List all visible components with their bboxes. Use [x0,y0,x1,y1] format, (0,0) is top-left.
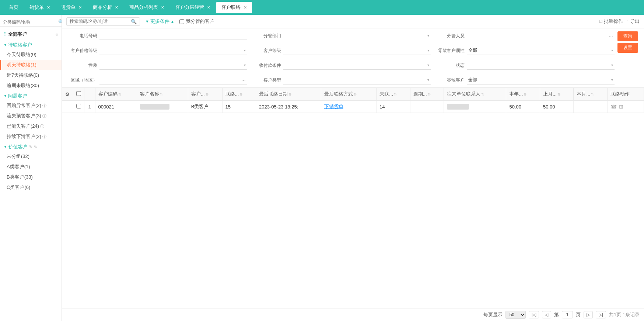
sort-icon[interactable]: ⇅ [524,92,526,96]
row-checkbox[interactable] [73,101,84,113]
filter-retail-attr-select[interactable]: 全部 ▾ [467,46,615,55]
row-unit-contact [444,101,506,113]
filter-nature-label: 性质 [68,62,97,69]
filter-dept-select[interactable]: ▾ [283,31,431,40]
my-customers-checkbox[interactable] [179,19,184,24]
first-page-btn[interactable]: |◁ [529,311,539,318]
filter-row-3: 性质 ▾ 收付款条件 ▾ [68,61,615,70]
filter-retail-label: 零散客户 [435,77,465,83]
sort-icon[interactable]: ⇅ [206,92,209,96]
table-header-unreached: 未联...⇅ [377,88,410,101]
filter-customer-type-select[interactable]: ▾ [283,76,431,84]
batch-op-btn[interactable]: ☑ 批量操作 [599,18,623,25]
sidebar-item-lost[interactable]: 已流失客户(24) ⓘ [0,121,62,131]
main-layout: 🔍 ⠿ 全部客户 « 待联络客户 今天待联络(0) 明天待联络(1) 近7天待联… [0,15,644,321]
nav-sales-order[interactable]: 销货单 ✕ [24,2,55,13]
table-header-checkbox[interactable] [73,88,84,101]
filter-phone-input[interactable] [99,32,247,39]
sidebar-item-today[interactable]: 今天待联络(0) [0,49,62,60]
sidebar-item-class-c[interactable]: C类客户(6) [0,182,62,193]
sort-icon[interactable]: ⇅ [394,92,397,96]
filter-payment-select[interactable]: ▾ [283,61,431,70]
last-method-link[interactable]: 下销货单 [324,104,343,109]
filter-payment-label: 收付款条件 [252,62,281,69]
sidebar-all-customers[interactable]: ⠿ 全部客户 « [0,29,62,40]
action-icons: ☎ ⊞ [610,104,641,110]
ellipsis-icon[interactable]: ··· [609,33,613,39]
row-last-month: 50.00 [540,101,574,113]
filter-nature-select[interactable]: ▾ [99,61,247,70]
filter-search-input[interactable] [70,19,131,24]
my-customers-checkbox-label[interactable]: 我分管的客户 [179,18,214,25]
next-page-btn[interactable]: ▷ [584,311,593,318]
filter-nature-field: 性质 ▾ [68,61,247,70]
filter-price-grade-select[interactable]: ▾ [99,46,247,55]
export-btn[interactable]: ↑ 导出 [627,18,640,25]
table-header-gear[interactable]: ⚙ [62,88,73,101]
sidebar-item-abnormal[interactable]: 回购异常客户(2) ⓘ [0,100,62,111]
filter-search-icon[interactable]: 🔍 [131,19,137,24]
sort-icon[interactable]: ⇅ [428,92,431,96]
sidebar-group-problem[interactable]: 问题客户 [0,91,62,100]
sort-icon[interactable]: ⇅ [557,92,560,96]
sidebar-item-declining[interactable]: 持续下滑客户(2) ⓘ [0,131,62,142]
sort-icon[interactable]: ⇅ [591,92,594,96]
sidebar-search-input[interactable] [3,20,58,25]
sidebar-item-tomorrow[interactable]: 明天待联络(1) [0,60,62,70]
close-icon[interactable]: ✕ [161,5,164,10]
last-page-btn[interactable]: ▷| [596,311,606,318]
more-conditions-btn[interactable]: ▼ 更多条件 ▲ [143,17,176,26]
close-icon[interactable]: ✕ [47,5,50,10]
sidebar-group-pending[interactable]: 待联络客户 [0,40,62,49]
close-icon[interactable]: ✕ [244,5,247,10]
select-all-checkbox[interactable] [76,91,81,96]
sort-icon[interactable]: ⇅ [239,92,242,96]
nav-home[interactable]: 首页 [4,2,24,13]
filter-row-2: 客户价格等级 ▾ 客户等级 ▾ [68,46,615,55]
sort-icon[interactable]: ⇅ [118,92,121,96]
filter-region-select[interactable]: ··· [99,76,247,84]
close-icon[interactable]: ✕ [115,5,118,10]
sidebar-item-class-a[interactable]: A类客户(1) [0,162,62,172]
filter-person-select[interactable]: ··· [467,31,615,40]
table-header-name: 客户名称⇅ [137,88,188,101]
filter-customer-grade-select[interactable]: ▾ [283,46,431,55]
sidebar-item-class-b[interactable]: B类客户(33) [0,172,62,182]
sort-icon[interactable]: ⇅ [160,92,163,96]
ellipsis-icon[interactable]: ··· [241,77,246,83]
prev-page-btn[interactable]: ◁ [542,311,551,318]
sidebar-item-overdue[interactable]: 逾期未联络(30) [0,80,62,91]
sidebar-item-ungrouped[interactable]: 未分组(32) [0,151,62,162]
row-last-method[interactable]: 下销货单 [321,101,377,113]
nav-purchase-order[interactable]: 进货单 ✕ [56,2,87,13]
settings-button[interactable]: 设置 [617,43,638,53]
table-header-num [84,88,95,101]
unit-contact-blurred [447,104,469,110]
filter-action-btns: 查询 设置 [617,31,638,84]
collapse-icon[interactable]: « [56,32,58,37]
grid-icon[interactable]: ⊞ [619,104,623,110]
table-area: ⚙ 客户编码⇅ 客户名称⇅ 客户...⇅ 联络...⇅ 最后联络日期⇅ 最后联络… [62,88,644,308]
chevron-down-icon: ▾ [611,63,613,67]
sort-icon[interactable]: ⇅ [481,92,484,96]
filter-retail-select[interactable]: 全部 ▾ [467,76,615,84]
nav-product-analysis-list[interactable]: 商品分析列表 ✕ [124,2,169,13]
per-page-select[interactable]: 50 100 200 [505,311,526,319]
phone-icon[interactable]: ☎ [610,104,617,110]
filter-status-select[interactable]: ▾ [467,61,615,70]
sidebar-group-value[interactable]: 价值客户 ↻ ✎ [0,142,62,151]
nav-product-analysis[interactable]: 商品分析 ✕ [88,2,123,13]
close-icon[interactable]: ✕ [207,5,210,10]
sidebar-item-7days[interactable]: 近7天待联络(0) [0,70,62,80]
query-button[interactable]: 查询 [617,31,638,41]
close-icon[interactable]: ✕ [78,5,82,10]
sidebar-search-icon[interactable]: 🔍 [58,19,62,25]
nav-customer-stratification[interactable]: 客户分层经营 ✕ [170,2,216,13]
nav-customer-contact[interactable]: 客户联络 ✕ [216,2,252,13]
page-input[interactable] [562,311,573,318]
row-contact: 15 [222,101,256,113]
sort-icon[interactable]: ⇅ [354,92,357,96]
row-select-checkbox[interactable] [76,104,81,108]
sort-icon[interactable]: ⇅ [288,92,291,96]
sidebar-item-lost-warning[interactable]: 流失预警客户(3) ⓘ [0,111,62,121]
